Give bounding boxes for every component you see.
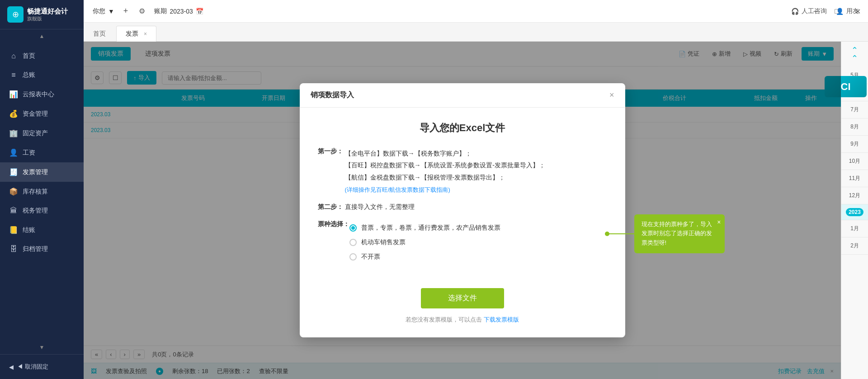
radio-label-2: 不开票 bbox=[361, 253, 380, 261]
content-area: 销项发票 进项发票 📄 凭证 ⊕ 新增 bbox=[84, 42, 841, 379]
month-11-label: 11月 bbox=[849, 175, 860, 181]
right-panel-month-9[interactable]: 9月 bbox=[841, 136, 868, 153]
right-panel-month-2[interactable]: 2月 bbox=[841, 237, 868, 255]
sidebar-item-archive[interactable]: 🗄 归档管理 bbox=[0, 240, 84, 259]
chevron-down-icon: ▼ bbox=[39, 344, 45, 351]
account-chevron-icon: ▼ bbox=[108, 8, 114, 15]
topbar: 你您 ▼ + ⚙ 账期 2023-03 📅 🎧 人工咨询 👤 用友 bbox=[84, 0, 868, 23]
sidebar-item-payroll[interactable]: 👤 工资 bbox=[0, 143, 84, 162]
add-tab-button[interactable]: + bbox=[122, 5, 130, 18]
tax-icon: 🏛 bbox=[9, 207, 18, 215]
tab-home-label: 首页 bbox=[93, 30, 106, 37]
right-panel-month-7[interactable]: 7月 bbox=[841, 101, 868, 118]
download-template-link[interactable]: 下载发票模版 bbox=[484, 316, 519, 323]
right-panel-month-11[interactable]: 11月 bbox=[841, 170, 868, 187]
month-8-label: 8月 bbox=[850, 123, 859, 130]
settlement-icon: 📒 bbox=[9, 226, 18, 234]
maximize-button[interactable]: □ bbox=[826, 0, 847, 23]
tooltip-container: × 现在支持的票种多了，导入发票时别忘了选择正确的发票类型呀! bbox=[607, 214, 725, 253]
radio-item-0[interactable]: 普票，专票，卷票，通行费发票，农产品销售发票 bbox=[349, 224, 500, 232]
chevron-up2-icon[interactable]: ⌃ bbox=[851, 53, 858, 63]
radio-section: 票种选择： 普票，专票，卷票，通行费发票，农产品销售发票 机动车销售发票 bbox=[318, 220, 607, 261]
step-2: 第二步： 直接导入文件，无需整理 bbox=[318, 203, 607, 211]
step2-content: 直接导入文件，无需整理 bbox=[345, 203, 415, 211]
step1-guide-link[interactable]: (详细操作见百旺/航信发票数据下载指南) bbox=[345, 186, 607, 194]
period-display: 账期 2023-03 📅 bbox=[154, 7, 203, 15]
right-panel-month-1[interactable]: 1月 bbox=[841, 220, 868, 237]
radio-label-0: 普票，专票，卷票，通行费发票，农产品销售发票 bbox=[361, 224, 500, 232]
close-window-button[interactable]: ✕ bbox=[847, 0, 868, 23]
tooltip-dot bbox=[605, 232, 609, 236]
right-panel-month-12[interactable]: 12月 bbox=[841, 187, 868, 204]
radio-item-1[interactable]: 机动车销售发票 bbox=[349, 238, 500, 246]
tab-bar: 首页 发票 × bbox=[84, 23, 868, 42]
right-panel-year-badge[interactable]: 2023 bbox=[841, 204, 868, 220]
home-icon: ⌂ bbox=[9, 52, 18, 60]
sidebar-item-label: 首页 bbox=[23, 52, 35, 60]
sidebar-item-inventory[interactable]: 📦 库存核算 bbox=[0, 182, 84, 201]
app-edition: 旗舰版 bbox=[27, 15, 68, 22]
sidebar-item-assets[interactable]: 🏢 固定资产 bbox=[0, 123, 84, 143]
main-area: 你您 ▼ + ⚙ 账期 2023-03 📅 🎧 人工咨询 👤 用友 bbox=[84, 0, 868, 379]
settings-icon[interactable]: ⚙ bbox=[137, 5, 147, 17]
tab-invoice[interactable]: 发票 × bbox=[116, 26, 156, 42]
calendar-icon[interactable]: 📅 bbox=[196, 8, 203, 15]
radio-label-1: 机动车销售发票 bbox=[361, 238, 406, 246]
sidebar-item-tax[interactable]: 🏛 税务管理 bbox=[0, 201, 84, 220]
tooltip-wrapper: × 现在支持的票种多了，导入发票时别忘了选择正确的发票类型呀! bbox=[607, 214, 725, 253]
select-file-button[interactable]: 选择文件 bbox=[421, 288, 504, 308]
sidebar-item-label: 库存核算 bbox=[23, 188, 48, 196]
sidebar-scroll-up[interactable]: ▲ bbox=[0, 29, 84, 43]
sidebar-item-settlement[interactable]: 📒 结账 bbox=[0, 220, 84, 240]
tooltip-close-button[interactable]: × bbox=[717, 217, 721, 227]
step-1: 第一步： 【全电平台】数据下载→【税务数字账户】； 【百旺】税控盘数据下载→【系… bbox=[318, 147, 607, 194]
modal-footer: 选择文件 若您没有发票模版，可以点击 下载发票模版 bbox=[300, 284, 625, 337]
tab-invoice-close[interactable]: × bbox=[144, 31, 147, 37]
sidebar-item-home[interactable]: ⌂ 首页 bbox=[0, 47, 84, 66]
step1-label: 第一步： bbox=[318, 147, 345, 156]
month-2-label: 2月 bbox=[850, 242, 859, 249]
step2-label: 第二步： bbox=[318, 203, 345, 211]
inventory-icon: 📦 bbox=[9, 187, 18, 196]
right-panel-top-buttons: ⌃ ⌃ bbox=[841, 42, 868, 67]
tab-home[interactable]: 首页 bbox=[84, 26, 115, 42]
modal-header: 销项数据导入 × bbox=[300, 83, 625, 108]
month-1-label: 1月 bbox=[850, 225, 859, 232]
modal-body: 导入您的Excel文件 第一步： 【全电平台】数据下载→【税务数字账户】； 【百… bbox=[300, 108, 625, 284]
sidebar-item-label: 税务管理 bbox=[23, 207, 48, 215]
step1-line3: 【航信】金税盘数据下载→【报税管理-发票数据导出】； bbox=[345, 174, 505, 181]
sidebar-scroll-down[interactable]: ▼ bbox=[0, 341, 84, 354]
sidebar-item-label: 发票管理 bbox=[23, 168, 48, 176]
cancel-fixed-button[interactable]: ◀ ◀ 取消固定 bbox=[0, 358, 84, 375]
sidebar-item-label: 固定资产 bbox=[23, 129, 48, 137]
radio-item-2[interactable]: 不开票 bbox=[349, 253, 500, 261]
app-name-block: 畅捷通好会计 旗舰版 bbox=[27, 7, 68, 22]
month-10-label: 10月 bbox=[849, 158, 860, 164]
month-7-label: 7月 bbox=[850, 106, 859, 113]
archive-icon: 🗄 bbox=[9, 245, 18, 253]
step1-content: 【全电平台】数据下载→【税务数字账户】； 【百旺】税控盘数据下载→【系统设置-系… bbox=[345, 147, 545, 184]
step1-line2: 【百旺】税控盘数据下载→【系统设置-系统参数设置-发票批量导入】； bbox=[345, 161, 545, 169]
sidebar-item-funds[interactable]: 💰 资金管理 bbox=[0, 104, 84, 123]
download-text-prefix: 若您没有发票模版，可以点击 bbox=[406, 316, 482, 323]
radio-circle-1 bbox=[349, 239, 357, 246]
account-selector[interactable]: 你您 ▼ bbox=[93, 7, 114, 15]
reports-icon: 📊 bbox=[9, 90, 18, 99]
right-panel-month-8[interactable]: 8月 bbox=[841, 118, 868, 136]
radio-label: 票种选择： bbox=[318, 220, 349, 228]
sidebar: ⊕ 畅捷通好会计 旗舰版 ▲ ⌂ 首页 ≡ 总账 📊 云报表中心 bbox=[0, 0, 84, 379]
sidebar-item-invoice[interactable]: 🧾 发票管理 bbox=[0, 162, 84, 182]
right-panel-month-10[interactable]: 10月 bbox=[841, 153, 868, 170]
radio-group: 普票，专票，卷票，通行费发票，农产品销售发票 机动车销售发票 不开票 bbox=[349, 224, 500, 261]
sidebar-item-reports[interactable]: 📊 云报表中心 bbox=[0, 85, 84, 104]
payroll-icon: 👤 bbox=[9, 148, 18, 157]
headset-icon: 🎧 bbox=[791, 8, 799, 15]
radio-circle-0 bbox=[349, 224, 357, 232]
modal-overlay: 销项数据导入 × 导入您的Excel文件 第一步： 【全电平台】数据下载→【税务… bbox=[84, 42, 841, 379]
modal-close-button[interactable]: × bbox=[609, 90, 614, 100]
sidebar-item-label: 结账 bbox=[23, 226, 35, 234]
minimize-button[interactable]: ─ bbox=[806, 0, 826, 23]
sidebar-item-ledger[interactable]: ≡ 总账 bbox=[0, 66, 84, 85]
funds-icon: 💰 bbox=[9, 109, 18, 118]
modal-main-title: 导入您的Excel文件 bbox=[318, 121, 607, 135]
